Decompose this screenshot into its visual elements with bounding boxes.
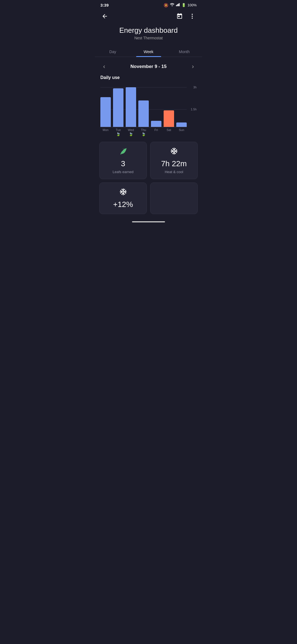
heat-cool-value: 7h 22m <box>161 159 187 168</box>
x-label-thu: Thu <box>138 128 149 132</box>
leaf-tue: 🍃 <box>113 132 123 136</box>
leaf-card-icon <box>119 147 127 157</box>
svg-rect-1 <box>177 4 178 6</box>
svg-point-4 <box>192 14 193 15</box>
chart-wrapper: 3h 1.5h <box>100 83 197 127</box>
bar-fri-fill <box>151 121 161 127</box>
bar-wed <box>126 87 136 127</box>
percentage-value: +12% <box>113 200 133 209</box>
heat-cool-label: Heat & cool <box>165 170 183 174</box>
tab-day[interactable]: Day <box>95 46 131 57</box>
bar-mon-fill <box>100 97 111 127</box>
status-icons: 🔕 🔋 100% <box>164 3 197 7</box>
home-indicator <box>132 221 165 222</box>
empty-card <box>150 182 198 214</box>
heat-cool-card: 7h 22m Heat & cool <box>150 142 198 179</box>
x-labels: Mon Tue Wed Thu Fri Sat Sun <box>100 128 197 132</box>
y-label-1.5h: 1.5h <box>191 108 197 111</box>
summary-cards: 3 Leafs earned 7h 22m Heat & cool <box>95 136 202 179</box>
nav-right-icons <box>175 11 197 21</box>
leaf-mon <box>100 132 111 136</box>
chart-title: Daily use <box>100 75 197 80</box>
leaf-wed: 🍃 <box>126 132 136 136</box>
heat-cool-icon <box>170 147 178 157</box>
tabs-container: Day Week Month <box>95 46 202 57</box>
week-range-label: November 9 - 15 <box>130 64 166 69</box>
bar-thu <box>138 87 149 127</box>
bars-area <box>100 83 187 127</box>
bar-sun <box>176 87 187 127</box>
x-axis-line <box>100 127 187 127</box>
page-title: Energy dashboard <box>100 26 197 35</box>
battery-percentage: 100% <box>188 3 197 7</box>
percentage-card-icon <box>119 188 127 198</box>
bar-mon <box>100 87 111 127</box>
leafs-card: 3 Leafs earned <box>99 142 147 179</box>
x-label-fri: Fri <box>151 128 161 132</box>
page-header: Energy dashboard Nest Thermostat <box>95 23 202 46</box>
bar-fri <box>151 87 161 127</box>
x-label-mon: Mon <box>100 128 111 132</box>
bar-thu-fill <box>138 100 149 127</box>
page-subtitle: Nest Thermostat <box>100 36 197 40</box>
leaf-thu: 🍃 <box>138 132 149 136</box>
mute-icon: 🔕 <box>164 3 168 7</box>
svg-point-6 <box>192 18 193 19</box>
bottom-cards: +12% <box>95 179 202 219</box>
percentage-card: +12% <box>99 182 147 214</box>
back-button[interactable] <box>100 11 110 21</box>
week-next-button[interactable]: › <box>189 62 197 71</box>
more-button[interactable] <box>187 11 197 21</box>
top-navigation <box>95 9 202 23</box>
bar-sun-fill <box>176 122 187 127</box>
leaf-sat <box>164 132 174 136</box>
leafs-value: 3 <box>121 159 125 168</box>
svg-rect-3 <box>179 3 180 6</box>
week-navigation: ‹ November 9 - 15 › <box>95 57 202 74</box>
leaf-indicators: 🍃 🍃 🍃 <box>100 132 197 136</box>
tab-week[interactable]: Week <box>131 46 166 57</box>
wifi-icon <box>170 3 174 7</box>
bar-tue-fill <box>113 88 123 127</box>
signal-icon <box>176 3 180 7</box>
x-label-sun: Sun <box>176 128 187 132</box>
x-label-sat: Sat <box>164 128 174 132</box>
bar-sat <box>164 87 174 127</box>
bar-wed-fill <box>126 87 136 127</box>
svg-rect-2 <box>178 4 179 6</box>
svg-rect-0 <box>176 5 177 6</box>
leafs-label: Leafs earned <box>113 170 134 174</box>
week-prev-button[interactable]: ‹ <box>100 62 108 71</box>
bar-tue <box>113 87 123 127</box>
x-label-tue: Tue <box>113 128 123 132</box>
status-bar: 3:39 🔕 🔋 100% <box>95 0 202 9</box>
leaf-sun <box>176 132 187 136</box>
chart-section: Daily use 3h 1.5h <box>95 74 202 136</box>
battery-icon: 🔋 <box>182 3 186 7</box>
leaf-fri <box>151 132 161 136</box>
tab-month[interactable]: Month <box>166 46 202 57</box>
time-display: 3:39 <box>100 3 109 7</box>
x-label-wed: Wed <box>126 128 136 132</box>
calendar-button[interactable] <box>175 11 185 21</box>
y-label-3h: 3h <box>193 86 197 89</box>
svg-point-5 <box>192 16 193 17</box>
bar-sat-fill <box>164 110 174 127</box>
